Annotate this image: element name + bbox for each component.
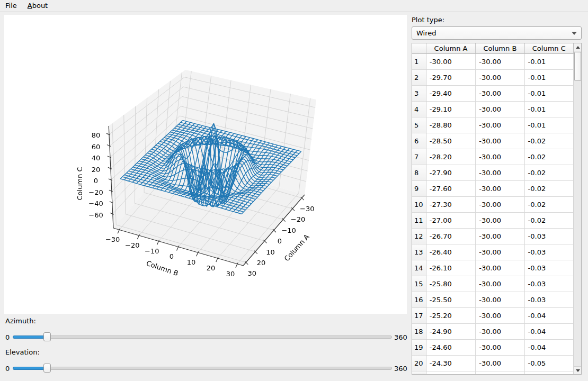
cell-column-a[interactable]: -27.60 — [426, 181, 476, 197]
cell-column-a[interactable]: -27.00 — [426, 213, 476, 229]
table-header-column-c[interactable]: Column C — [525, 43, 574, 54]
row-number[interactable]: 11 — [412, 213, 426, 229]
table-row[interactable]: 3 -29.40 -30.00 -0.01 — [412, 86, 574, 102]
cell-column-c[interactable]: -0.04 — [525, 340, 574, 356]
row-number[interactable]: 20 — [412, 356, 426, 371]
cell-column-c[interactable]: -0.01 — [525, 102, 574, 117]
cell-column-b[interactable]: -30.00 — [476, 276, 524, 292]
cell-column-c[interactable]: -0.03 — [525, 229, 574, 244]
row-number[interactable]: 4 — [412, 102, 426, 117]
menu-about[interactable]: About — [22, 0, 53, 11]
table-row[interactable]: 1 -30.00 -30.00 -0.01 — [412, 54, 574, 70]
cell-column-b[interactable]: -30.00 — [476, 102, 524, 117]
row-number[interactable]: 14 — [412, 260, 426, 276]
row-number[interactable]: 13 — [412, 244, 426, 260]
cell-column-a[interactable]: -25.20 — [426, 308, 476, 324]
cell-column-a[interactable]: -27.90 — [426, 165, 476, 181]
row-number[interactable]: 16 — [412, 292, 426, 308]
cell-column-b[interactable]: -30.00 — [476, 197, 524, 213]
cell-column-c[interactable]: -0.03 — [525, 276, 574, 292]
azimuth-slider-track[interactable] — [13, 335, 392, 339]
cell-column-b[interactable]: -30.00 — [476, 149, 524, 165]
table-row[interactable]: 19 -24.60 -30.00 -0.04 — [412, 340, 574, 356]
cell-column-c[interactable]: -0.01 — [525, 54, 574, 70]
scrollbar-up-button[interactable] — [574, 43, 581, 51]
cell-column-b[interactable]: -30.00 — [476, 117, 524, 133]
cell-column-a[interactable]: -28.20 — [426, 149, 476, 165]
cell-column-a[interactable]: -29.10 — [426, 102, 476, 117]
row-number[interactable]: 7 — [412, 149, 426, 165]
cell-column-a[interactable]: -25.80 — [426, 276, 476, 292]
cell-column-b[interactable]: -30.00 — [476, 244, 524, 260]
cell-column-c[interactable]: -0.04 — [525, 324, 574, 340]
row-number[interactable]: 6 — [412, 133, 426, 149]
cell-column-a[interactable]: -25.50 — [426, 292, 476, 308]
cell-column-c[interactable]: -0.01 — [525, 86, 574, 102]
cell-column-c[interactable]: -0.01 — [525, 70, 574, 86]
table-row[interactable]: 9 -27.60 -30.00 -0.02 — [412, 181, 574, 197]
menu-file[interactable]: File — [0, 0, 22, 11]
row-number[interactable]: 15 — [412, 276, 426, 292]
cell-column-a[interactable]: -24.30 — [426, 356, 476, 371]
cell-column-c[interactable]: -0.03 — [525, 292, 574, 308]
row-number[interactable]: 19 — [412, 340, 426, 356]
cell-column-c[interactable]: -0.02 — [525, 197, 574, 213]
cell-column-b[interactable]: -30.00 — [476, 165, 524, 181]
cell-column-a[interactable]: -24.90 — [426, 324, 476, 340]
row-number[interactable]: 18 — [412, 324, 426, 340]
cell-column-b[interactable]: -30.00 — [476, 308, 524, 324]
cell-column-b[interactable]: -30.00 — [476, 86, 524, 102]
table-row[interactable]: 12 -26.70 -30.00 -0.03 — [412, 229, 574, 244]
table-row[interactable]: 20 -24.30 -30.00 -0.05 — [412, 356, 574, 371]
cell-column-b[interactable]: -30.00 — [476, 292, 524, 308]
cell-column-a[interactable]: -24.60 — [426, 340, 476, 356]
cell-column-c[interactable]: -0.01 — [525, 117, 574, 133]
plot-canvas[interactable] — [4, 15, 407, 314]
table-row[interactable]: 14 -26.10 -30.00 -0.03 — [412, 260, 574, 276]
cell-column-a[interactable]: -30.00 — [426, 54, 476, 70]
plot-type-combobox[interactable]: Wired — [412, 26, 582, 40]
row-number[interactable]: 10 — [412, 197, 426, 213]
cell-column-b[interactable]: -30.00 — [476, 260, 524, 276]
table-row[interactable]: 11 -27.00 -30.00 -0.02 — [412, 213, 574, 229]
cell-column-c[interactable]: -0.02 — [525, 149, 574, 165]
cell-column-c[interactable]: -0.02 — [525, 213, 574, 229]
table-row[interactable]: 7 -28.20 -30.00 -0.02 — [412, 149, 574, 165]
cell-column-a[interactable]: -29.70 — [426, 70, 476, 86]
cell-column-a[interactable]: -26.40 — [426, 244, 476, 260]
table-header-column-b[interactable]: Column B — [476, 43, 524, 54]
cell-column-b[interactable]: -30.00 — [476, 229, 524, 244]
cell-column-b[interactable]: -30.00 — [476, 213, 524, 229]
cell-column-c[interactable]: -0.03 — [525, 260, 574, 276]
cell-column-b[interactable]: -30.00 — [476, 54, 524, 70]
cell-column-b[interactable]: -30.00 — [476, 133, 524, 149]
cell-column-a[interactable]: -28.50 — [426, 133, 476, 149]
azimuth-slider-handle[interactable] — [43, 332, 51, 341]
table-scrollbar[interactable] — [574, 43, 581, 374]
scrollbar-thumb[interactable] — [574, 52, 581, 81]
elevation-slider-track[interactable] — [13, 367, 392, 370]
cell-column-c[interactable]: -0.02 — [525, 181, 574, 197]
table-header-column-a[interactable]: Column A — [426, 43, 476, 54]
cell-column-c[interactable]: -0.02 — [525, 133, 574, 149]
table-row[interactable]: 13 -26.40 -30.00 -0.03 — [412, 244, 574, 260]
row-number[interactable]: 3 — [412, 86, 426, 102]
cell-column-c[interactable]: -0.02 — [525, 165, 574, 181]
row-number[interactable]: 17 — [412, 308, 426, 324]
table-row[interactable]: 5 -28.80 -30.00 -0.01 — [412, 117, 574, 133]
table-row[interactable]: 15 -25.80 -30.00 -0.03 — [412, 276, 574, 292]
row-number[interactable]: 12 — [412, 229, 426, 244]
row-number[interactable]: 2 — [412, 70, 426, 86]
table-row[interactable]: 18 -24.90 -30.00 -0.04 — [412, 324, 574, 340]
cell-column-c[interactable]: -0.04 — [525, 308, 574, 324]
table-row[interactable]: 16 -25.50 -30.00 -0.03 — [412, 292, 574, 308]
table-row[interactable]: 17 -25.20 -30.00 -0.04 — [412, 308, 574, 324]
scrollbar-down-button[interactable] — [574, 366, 581, 374]
cell-column-c[interactable]: -0.03 — [525, 244, 574, 260]
cell-column-b[interactable]: -30.00 — [476, 356, 524, 371]
table-row[interactable]: 6 -28.50 -30.00 -0.02 — [412, 133, 574, 149]
elevation-slider-handle[interactable] — [43, 364, 51, 373]
table-row[interactable]: 8 -27.90 -30.00 -0.02 — [412, 165, 574, 181]
table-row[interactable]: 10 -27.30 -30.00 -0.02 — [412, 197, 574, 213]
cell-column-b[interactable]: -30.00 — [476, 324, 524, 340]
